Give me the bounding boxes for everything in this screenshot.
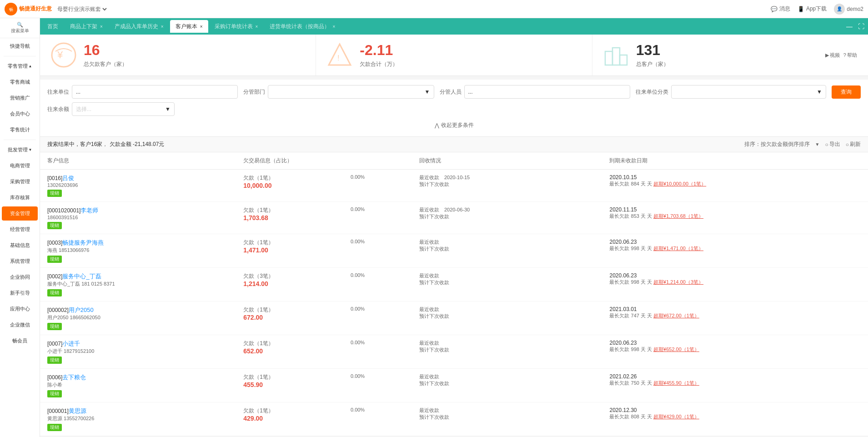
tab-product-offline[interactable]: 商品上下架 × <box>65 20 108 33</box>
sidebar-divider-2 <box>4 140 36 140</box>
overdue-link-5[interactable]: 超期¥652.00（1笔） <box>653 347 699 352</box>
sidebar-item-system[interactable]: 系统管理 <box>2 254 38 268</box>
company-select[interactable]: 母婴行业演示账套 <box>55 5 108 13</box>
overdue-link-0[interactable]: 超期¥10,000.00（1笔） <box>653 181 706 186</box>
sidebar-item-smooth-member[interactable]: 畅会员 <box>2 334 38 348</box>
recovery-next-3: 预计下次收款 <box>419 279 560 286</box>
overdue-link-1[interactable]: 超期¥1,703.68（1笔） <box>653 213 703 219</box>
customer-name-6[interactable]: 去下粮仓 <box>62 374 86 381</box>
debt-count-3: 欠款（3笔） <box>243 272 336 280</box>
sidebar-item-app-center[interactable]: 应用中心 <box>2 302 38 316</box>
dept-select[interactable]: ▼ <box>268 85 434 99</box>
overdue-link-2[interactable]: 超期¥1,471.00（1笔） <box>653 246 703 251</box>
sidebar-item-operation[interactable]: 经营管理 <box>2 222 38 236</box>
refresh-label: 刷新 <box>850 141 861 148</box>
recovery-next-1: 预计下次收款 <box>419 213 560 220</box>
recovery-latest-6: 最近收款 <box>419 373 560 380</box>
data-table: 客户信息 欠交易信息（占比） 回收情况 到期未收款日期 [0016]吕俊 130… <box>40 152 868 436</box>
tab-product-offline-close[interactable]: × <box>100 24 103 29</box>
cell-recovery-4: 最近收款 预计下次收款 <box>412 301 567 335</box>
sidebar-item-quick-nav[interactable]: 快捷导航 <box>2 39 38 53</box>
tab-home[interactable]: 首页 <box>42 20 64 33</box>
filter-row-2: 往来余额 选择... ▼ <box>47 102 861 116</box>
tab-maximize-btn[interactable]: ⛶ <box>856 23 866 30</box>
cell-ratio-5: 0.00% <box>343 335 412 369</box>
tab-minimize-btn[interactable]: — <box>844 23 854 30</box>
sidebar-search[interactable]: 🔍 搜索菜单 <box>0 18 40 38</box>
sidebar-item-retail-stat[interactable]: 零售统计 <box>2 123 38 137</box>
customer-name-0[interactable]: 吕俊 <box>62 175 74 181</box>
customer-name-3[interactable]: 服务中心_丁磊 <box>62 273 101 280</box>
balance-select[interactable]: 选择... ▼ <box>72 102 175 116</box>
overdue-link-3[interactable]: 超期¥1,214.00（3笔） <box>653 279 703 285</box>
sidebar-item-purchase[interactable]: 采购管理 <box>2 175 38 189</box>
unit-category-select[interactable]: ▼ <box>671 85 826 99</box>
message-icon: 💬 <box>771 6 778 12</box>
stat-card-total-customers: 131 总客户（家） ▶ 视频 ? 帮助 <box>592 35 868 75</box>
tab-purchase-order-close[interactable]: × <box>256 24 258 29</box>
sidebar-item-enterprise-wechat[interactable]: 企业微信 <box>2 318 38 332</box>
refresh-btn[interactable]: ○ 刷新 <box>846 141 861 148</box>
cell-debt-4: 欠款（1笔） 672.00 <box>236 301 343 335</box>
debt-ratio-2: 0.00% <box>351 239 405 244</box>
search-button[interactable]: 查询 <box>832 85 861 99</box>
recovery-next-0: 预计下次收款 <box>419 181 560 188</box>
sort-label: 排序：按欠款金额倒序排序 <box>744 141 810 148</box>
sidebar-item-retail-mgmt[interactable]: 零售管理 ▲ <box>2 59 38 73</box>
sidebar-item-new-guide[interactable]: 新手引导 <box>2 286 38 300</box>
manager-input[interactable]: ... <box>464 85 630 99</box>
sidebar-divider-1 <box>4 56 36 56</box>
sidebar-item-enterprise-coop[interactable]: 企业协同 <box>2 270 38 284</box>
recovery-next-7: 预计下次收款 <box>419 414 560 421</box>
stat-icon-2: ! <box>327 42 352 68</box>
tab-purchase-stat-close[interactable]: × <box>332 24 335 29</box>
sort-chevron[interactable]: ▼ <box>815 142 820 147</box>
export-btn[interactable]: ○ 导出 <box>825 141 840 148</box>
customer-name-5[interactable]: 小进千 <box>62 340 80 347</box>
sidebar-item-inventory[interactable]: 库存核算 <box>2 191 38 205</box>
customer-phone-6: 陈小希 <box>47 382 229 388</box>
overdue-link-7[interactable]: 超期¥429.00（1笔） <box>653 414 699 419</box>
video-btn[interactable]: ▶ 视频 <box>825 52 840 59</box>
sidebar-item-retail-mall[interactable]: 零售商城 <box>2 75 38 89</box>
customer-name-2[interactable]: 畅捷服务尹海燕 <box>62 239 104 246</box>
top-bar-left: 畅 畅捷通好生意 母婴行业演示账套 <box>5 3 108 15</box>
overdue-link-4[interactable]: 超期¥672.00（1笔） <box>653 313 699 318</box>
cell-customer-4: [000002]用户2050 用户2050 18665062050 现销 <box>40 301 236 335</box>
recovery-latest-4: 最近收款 <box>419 306 560 313</box>
sidebar-item-finance[interactable]: 资金管理 <box>2 206 38 221</box>
sidebar-item-member[interactable]: 会员中心 <box>2 107 38 121</box>
app-download-btn[interactable]: 📱 App下载 <box>798 5 827 13</box>
recovery-next-5: 预计下次收款 <box>419 347 560 353</box>
cell-debt-1: 欠款（1笔） 1,703.68 <box>236 202 343 234</box>
help-label: 帮助 <box>847 52 857 59</box>
tab-purchase-stat[interactable]: 进货单统计表（按商品） × <box>264 20 341 33</box>
source-unit-input[interactable]: ... <box>72 85 238 99</box>
tab-product-offline-label: 商品上下架 <box>70 23 97 30</box>
sidebar-item-basic-info[interactable]: 基础信息 <box>2 238 38 252</box>
tab-customer-account[interactable]: 客户账本 × <box>170 20 208 33</box>
customer-name-1[interactable]: 李老师 <box>80 207 98 214</box>
help-btn[interactable]: ? 帮助 <box>843 52 857 59</box>
svg-rect-7 <box>612 48 620 65</box>
tab-bar: 首页 商品上下架 × 产成品入库单历史 × 客户账本 × 采购订单统计表 × 进… <box>40 18 868 35</box>
sidebar-item-ecommerce[interactable]: 电商管理 <box>2 159 38 173</box>
collapse-btn[interactable]: ⋀ 收起更多条件 <box>47 120 861 131</box>
user-menu[interactable]: 👤 demo2 <box>834 4 863 15</box>
tab-customer-account-close[interactable]: × <box>200 24 203 29</box>
recovery-latest-2: 最近收款 <box>419 239 560 246</box>
customer-id-1: [0001020001]李老师 <box>47 206 229 215</box>
overdue-link-6[interactable]: 超期¥455.90（1笔） <box>653 380 699 386</box>
tab-production-history-close[interactable]: × <box>161 24 164 29</box>
manager-dots: ... <box>468 89 473 95</box>
cell-ratio-2: 0.00% <box>343 234 412 268</box>
sidebar-item-marketing[interactable]: 营销推广 <box>2 91 38 105</box>
cell-debt-5: 欠款（1笔） 652.00 <box>236 335 343 369</box>
sidebar-item-batch-mgmt[interactable]: 批发管理 ▼ <box>2 143 38 157</box>
tab-purchase-order[interactable]: 采购订单统计表 × <box>209 20 264 33</box>
tab-production-history[interactable]: 产成品入库单历史 × <box>109 20 169 33</box>
message-btn[interactable]: 💬 消息 <box>771 5 790 13</box>
due-date-3: 2020.06.23 <box>609 272 861 279</box>
customer-name-4[interactable]: 用户2050 <box>69 306 94 313</box>
customer-name-7[interactable]: 黄思源 <box>69 407 86 414</box>
